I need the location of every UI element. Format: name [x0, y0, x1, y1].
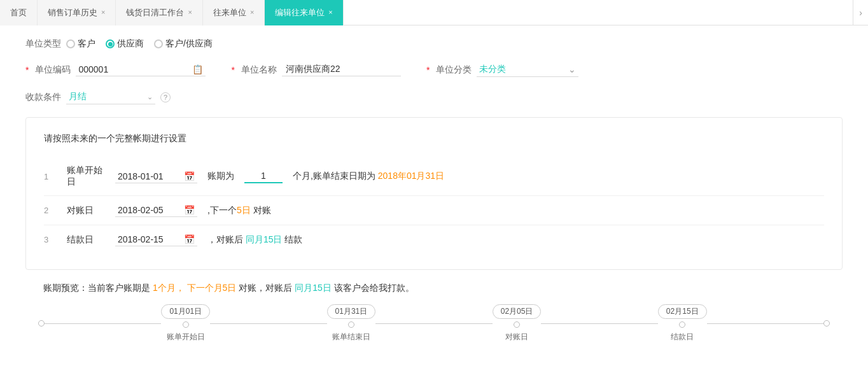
close-icon[interactable]: × — [328, 9, 332, 16]
close-icon[interactable]: × — [188, 9, 192, 16]
radio-circle-customer — [66, 39, 75, 48]
timeline-end-dot — [823, 320, 830, 327]
payment-condition-field: 收款条件 月结 ⌄ ? — [25, 90, 171, 104]
timeline-point-3: 02月05日 对账日 — [493, 304, 542, 342]
timeline-dot-4 — [679, 321, 685, 328]
row-label-3: 结款日 — [67, 234, 105, 246]
tab-sales-history[interactable]: 销售订单历史 × — [38, 0, 116, 25]
unit-type-field: 单位类型 客户 供应商 客户/供应商 — [25, 38, 213, 50]
calendar-icon[interactable]: 📅 — [184, 205, 195, 215]
timeline-line-5 — [707, 323, 823, 324]
period-desc-3: ，对账后 同月15日 结款 — [207, 234, 302, 246]
radio-customer[interactable]: 客户 — [66, 38, 95, 50]
chevron-down-icon: ⌄ — [568, 64, 576, 74]
tab-arrow-icon[interactable]: › — [853, 0, 868, 25]
payment-label: 收款条件 — [25, 92, 61, 103]
calendar-icon[interactable]: 📅 — [184, 234, 195, 244]
payment-day-highlight: 同月15日 — [246, 234, 283, 244]
unit-info-row: * 单位编码 📋 * 单位名称 * 单位分类 未分类 ⌄ — [25, 62, 843, 77]
required-star-class: * — [426, 65, 430, 75]
radio-label-supplier: 供应商 — [117, 38, 144, 50]
required-star-name: * — [231, 65, 234, 75]
required-star-code: * — [25, 65, 29, 75]
unit-name-label: 单位名称 — [241, 64, 277, 76]
tab-home[interactable]: 首页 — [0, 0, 38, 25]
unit-class-field: * 单位分类 未分类 ⌄ — [426, 62, 578, 77]
unit-name-field: * 单位名称 — [231, 63, 400, 76]
tab-edit-partner[interactable]: 编辑往来单位 × — [265, 0, 343, 25]
unit-name-input[interactable] — [282, 63, 401, 76]
start-date-input-wrap: 📅 — [115, 170, 197, 183]
unit-type-label: 单位类型 — [25, 38, 61, 50]
row-label-1: 账单开始日 — [67, 165, 105, 188]
timeline-badge-4: 02月15日 — [658, 304, 707, 319]
unit-class-value: 未分类 — [479, 64, 568, 75]
period-row-3: 3 结款日 📅 ，对账后 同月15日 结款 — [44, 225, 824, 254]
chevron-down-icon: ⌄ — [147, 93, 153, 101]
radio-circle-both — [154, 39, 163, 48]
payment-value: 月结 — [69, 91, 147, 102]
payment-date-input-wrap: 📅 — [115, 233, 197, 246]
radio-label-both: 客户/供应商 — [165, 38, 213, 50]
timeline-badge-3: 02月05日 — [493, 304, 542, 319]
row-num-3: 3 — [44, 235, 57, 244]
radio-label-customer: 客户 — [78, 38, 95, 50]
tab-partners[interactable]: 往来单位 × — [203, 0, 265, 25]
radio-supplier[interactable]: 供应商 — [106, 38, 144, 50]
timeline-point-4: 02月15日 结款日 — [658, 304, 707, 342]
help-icon[interactable]: ? — [160, 92, 171, 102]
preview-months: 1个月， — [153, 283, 185, 293]
timeline-sublabel-3: 对账日 — [505, 332, 528, 342]
radio-circle-supplier — [106, 39, 115, 48]
radio-both[interactable]: 客户/供应商 — [154, 38, 213, 50]
unit-type-row: 单位类型 客户 供应商 客户/供应商 — [25, 38, 843, 50]
timeline-point-2: 01月31日 账单结束日 — [327, 304, 376, 342]
payment-select[interactable]: 月结 ⌄ — [66, 90, 155, 104]
row-num-1: 1 — [44, 172, 57, 181]
unit-code-label: 单位编码 — [35, 64, 71, 76]
unit-code-input[interactable] — [78, 64, 190, 74]
period-desc-suffix-1: 个月,账单结束日期为 2018年01月31日 — [293, 171, 444, 182]
period-card: 请按照未来的一个完整帐期进行设置 1 账单开始日 📅 账期为 个月,账单结束日期… — [25, 117, 843, 270]
payment-date-input[interactable] — [118, 234, 181, 244]
unit-class-select[interactable]: 未分类 ⌄ — [477, 62, 578, 77]
timeline-sublabel-4: 结款日 — [671, 332, 694, 342]
payment-row: 收款条件 月结 ⌄ ? — [25, 90, 843, 104]
timeline-line-3 — [375, 323, 492, 324]
timeline-point-1: 01月01日 账单开始日 — [161, 304, 210, 342]
period-desc-2: ,下一个5日 对账 — [207, 205, 271, 216]
period-row-1: 1 账单开始日 📅 账期为 个月,账单结束日期为 2018年01月31日 — [44, 157, 824, 196]
timeline-sublabel-1: 账单开始日 — [167, 332, 205, 342]
timeline-start-dot — [38, 320, 45, 327]
card-title: 请按照未来的一个完整帐期进行设置 — [44, 133, 824, 144]
timeline-line-1 — [45, 323, 161, 324]
timeline-dot-3 — [514, 321, 520, 328]
unit-code-input-wrap: 📋 — [76, 63, 206, 76]
period-desc-1: 账期为 — [207, 171, 234, 182]
preview-reconcile-day: 下一个月5日 — [187, 283, 237, 293]
period-months-input[interactable] — [244, 169, 283, 183]
period-row-2: 2 对账日 📅 ,下一个5日 对账 — [44, 196, 824, 225]
close-icon[interactable]: × — [250, 9, 254, 16]
timeline-dot-2 — [348, 321, 354, 328]
timeline-sublabel-2: 账单结束日 — [332, 332, 370, 342]
timeline-dot-1 — [183, 321, 189, 328]
timeline-line-2 — [210, 323, 326, 324]
main-content: 单位类型 客户 供应商 客户/供应商 * 单位编码 — [0, 25, 868, 387]
reconcile-date-input-wrap: 📅 — [115, 204, 197, 217]
copy-icon[interactable]: 📋 — [192, 64, 203, 74]
reconcile-date-input[interactable] — [118, 205, 181, 215]
timeline: 01月01日 账单开始日 01月31日 账单结束日 02月05日 对账日 02月… — [25, 304, 843, 342]
row-label-2: 对账日 — [67, 205, 105, 216]
timeline-badge-1: 01月01日 — [161, 304, 210, 319]
tab-cashier[interactable]: 钱货日清工作台 × — [116, 0, 202, 25]
tabs-bar: 首页 销售订单历史 × 钱货日清工作台 × 往来单位 × 编辑往来单位 × › — [0, 0, 868, 25]
preview-text: 账期预览：当前客户账期是 1个月， 下一个月5日 对账，对账后 同月15日 该客… — [25, 283, 843, 294]
calendar-icon[interactable]: 📅 — [184, 171, 195, 181]
timeline-line-4 — [541, 323, 657, 324]
close-icon[interactable]: × — [101, 9, 105, 16]
reconcile-day-highlight: 5日 — [237, 205, 251, 215]
preview-payment-day: 同月15日 — [295, 283, 332, 293]
start-date-input[interactable] — [118, 171, 181, 181]
unit-class-label: 单位分类 — [436, 64, 472, 76]
